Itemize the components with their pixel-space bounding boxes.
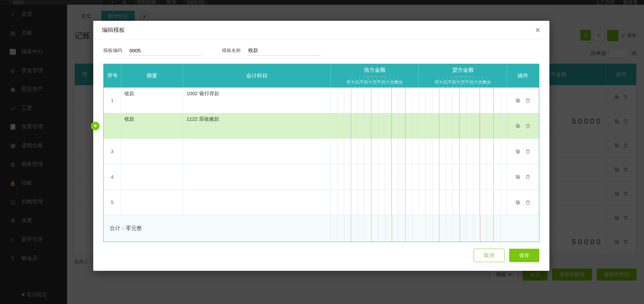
cell-account[interactable] bbox=[183, 139, 331, 164]
cell-credit[interactable] bbox=[419, 113, 507, 138]
cell-op bbox=[507, 88, 539, 113]
edit-template-modal: 编辑模板 ✕ 模板编码 模板名称 序号 摘要 会计科目 借方金额 百十亿千百十万… bbox=[93, 21, 549, 271]
digit-header: 角 bbox=[394, 77, 399, 87]
digit-header: 万 bbox=[461, 77, 465, 87]
template-code-input[interactable] bbox=[128, 46, 202, 56]
digit-header: 亿 bbox=[443, 77, 448, 87]
cell-seq: 1 bbox=[104, 88, 121, 113]
delete-icon[interactable] bbox=[525, 149, 531, 154]
template-code-label: 模板编码 bbox=[103, 48, 122, 54]
digit-header: 十 bbox=[351, 77, 355, 87]
total-row: 合计：零元整 bbox=[104, 215, 539, 242]
copy-icon[interactable] bbox=[515, 149, 521, 154]
digit-header: 元 bbox=[390, 77, 394, 87]
digit-header: 千 bbox=[465, 77, 470, 87]
digit-header: 元 bbox=[478, 77, 483, 87]
cell-account[interactable]: 1122 应收账款 bbox=[183, 113, 331, 138]
cell-op bbox=[507, 190, 539, 215]
cell-debit[interactable] bbox=[331, 190, 419, 215]
cell-credit[interactable] bbox=[419, 190, 507, 215]
cell-account[interactable]: 1002 银行存款 bbox=[183, 88, 331, 113]
copy-icon[interactable] bbox=[515, 174, 521, 180]
col-op: 操作 bbox=[507, 64, 539, 87]
grid-row[interactable]: +3 bbox=[104, 138, 539, 164]
modal-close-button[interactable]: ✕ bbox=[535, 26, 541, 34]
cell-seq: 5 bbox=[104, 190, 121, 215]
digit-header: 百 bbox=[346, 77, 351, 87]
digit-header: 十 bbox=[474, 77, 478, 87]
cell-summary[interactable] bbox=[121, 139, 183, 164]
cell-account[interactable] bbox=[183, 164, 331, 189]
modal-actions: 取消 保存 bbox=[103, 249, 539, 262]
cell-account[interactable] bbox=[183, 190, 331, 215]
digit-header: 十 bbox=[386, 77, 390, 87]
col-debit-label: 借方金额 bbox=[364, 64, 385, 77]
digit-header: 百 bbox=[452, 77, 457, 87]
digit-header: 百 bbox=[364, 77, 368, 87]
cell-credit[interactable] bbox=[419, 88, 507, 113]
add-row-button[interactable]: + bbox=[91, 122, 100, 130]
cell-seq: 4 bbox=[104, 164, 121, 189]
cell-op bbox=[507, 139, 539, 164]
cell-debit[interactable] bbox=[331, 139, 419, 164]
modal-title: 编辑模板 bbox=[102, 26, 125, 34]
cell-credit[interactable] bbox=[419, 139, 507, 164]
grid-row[interactable]: +收款1122 应收账款 bbox=[104, 113, 539, 138]
grid-row[interactable]: +4 bbox=[104, 164, 539, 189]
col-debit: 借方金额 百十亿千百十万千百十元角分 bbox=[331, 64, 419, 87]
copy-icon[interactable] bbox=[515, 200, 521, 205]
digit-header: 角 bbox=[483, 77, 487, 87]
total-text: 零元整 bbox=[126, 225, 142, 232]
total-label: 合计： bbox=[110, 225, 126, 232]
col-credit-label: 贷方金额 bbox=[452, 64, 474, 77]
delete-icon[interactable] bbox=[525, 200, 531, 205]
col-summary: 摘要 bbox=[121, 64, 183, 87]
save-button[interactable]: 保存 bbox=[509, 249, 539, 262]
digit-header: 百 bbox=[381, 77, 386, 87]
copy-icon[interactable] bbox=[515, 123, 521, 129]
cell-op bbox=[507, 113, 539, 138]
template-form-row: 模板编码 模板名称 bbox=[103, 46, 539, 56]
digit-header: 千 bbox=[377, 77, 381, 87]
cell-debit[interactable] bbox=[331, 113, 419, 138]
digit-header: 十 bbox=[368, 77, 373, 87]
digit-header: 亿 bbox=[355, 77, 360, 87]
col-seq: 序号 bbox=[104, 64, 121, 87]
grid-header: 序号 摘要 会计科目 借方金额 百十亿千百十万千百十元角分 贷方金额 百十亿千百… bbox=[104, 64, 539, 87]
digit-header: 十 bbox=[439, 77, 443, 87]
cell-summary[interactable]: 收款 bbox=[121, 113, 183, 138]
digit-header: 百 bbox=[470, 77, 474, 87]
digit-header: 十 bbox=[457, 77, 461, 87]
template-grid: 序号 摘要 会计科目 借方金额 百十亿千百十万千百十元角分 贷方金额 百十亿千百… bbox=[103, 64, 539, 242]
digit-header: 万 bbox=[373, 77, 377, 87]
col-account: 会计科目 bbox=[183, 64, 331, 87]
cell-summary[interactable]: 收款 bbox=[121, 88, 183, 113]
cell-summary[interactable] bbox=[121, 164, 183, 189]
total-debit-cells bbox=[331, 215, 419, 242]
cell-seq bbox=[104, 113, 121, 138]
cell-op bbox=[507, 164, 539, 189]
template-name-label: 模板名称 bbox=[222, 48, 241, 54]
cell-summary[interactable] bbox=[121, 190, 183, 215]
digit-header: 千 bbox=[448, 77, 452, 87]
template-name-input[interactable] bbox=[247, 46, 321, 56]
delete-icon[interactable] bbox=[525, 123, 531, 129]
modal-header: 编辑模板 ✕ bbox=[93, 21, 549, 40]
cell-debit[interactable] bbox=[331, 164, 419, 189]
grid-row[interactable]: +1收款1002 银行存款 bbox=[104, 87, 539, 113]
cell-debit[interactable] bbox=[331, 88, 419, 113]
grid-row[interactable]: +5 bbox=[104, 189, 539, 215]
digit-header: 分 bbox=[487, 77, 491, 87]
digit-header: 百 bbox=[435, 77, 439, 87]
total-credit-cells bbox=[419, 215, 507, 242]
digit-header: 千 bbox=[360, 77, 364, 87]
delete-icon[interactable] bbox=[525, 98, 531, 103]
delete-icon[interactable] bbox=[525, 174, 531, 180]
col-credit: 贷方金额 百十亿千百十万千百十元角分 bbox=[419, 64, 507, 87]
cell-credit[interactable] bbox=[419, 164, 507, 189]
cell-seq: 3 bbox=[104, 139, 121, 164]
copy-icon[interactable] bbox=[515, 98, 521, 103]
digit-header: 分 bbox=[399, 77, 403, 87]
cancel-button[interactable]: 取消 bbox=[474, 249, 504, 262]
